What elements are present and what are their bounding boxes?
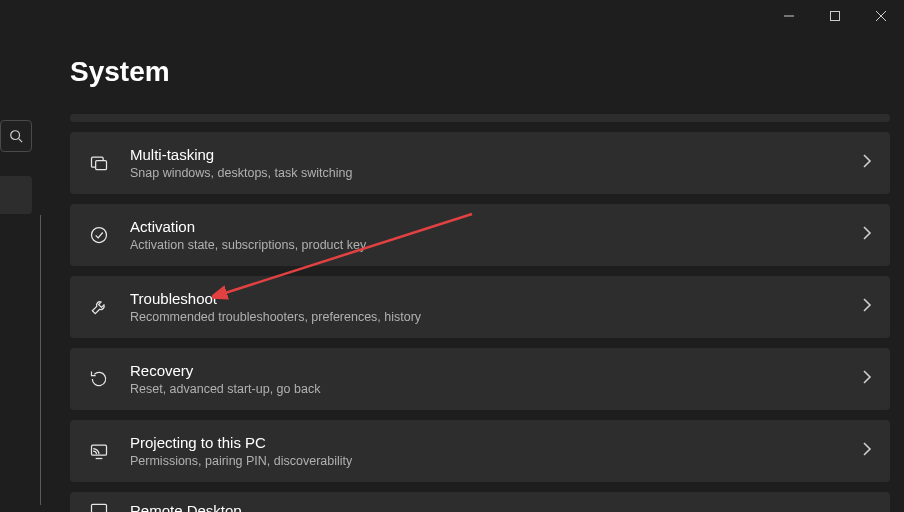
projecting-icon [88, 440, 110, 462]
chevron-right-icon [862, 370, 872, 388]
settings-item-remote-desktop[interactable]: Remote Desktop [70, 492, 890, 512]
search-icon [9, 129, 23, 143]
partial-card-top[interactable] [70, 114, 890, 122]
settings-item-recovery[interactable]: Recovery Reset, advanced start-up, go ba… [70, 348, 890, 410]
multitasking-icon [88, 152, 110, 174]
settings-item-title: Remote Desktop [130, 502, 872, 512]
settings-item-subtitle: Reset, advanced start-up, go back [130, 382, 862, 396]
settings-item-troubleshoot[interactable]: Troubleshoot Recommended troubleshooters… [70, 276, 890, 338]
settings-item-multitasking[interactable]: Multi-tasking Snap windows, desktops, ta… [70, 132, 890, 194]
svg-point-4 [11, 131, 20, 140]
svg-rect-1 [831, 12, 840, 21]
search-button[interactable] [0, 120, 32, 152]
minimize-button[interactable] [766, 0, 812, 32]
nav-separator [40, 215, 41, 505]
settings-item-subtitle: Permissions, pairing PIN, discoverabilit… [130, 454, 862, 468]
svg-rect-7 [96, 161, 107, 170]
chevron-right-icon [862, 442, 872, 460]
settings-item-title: Troubleshoot [130, 290, 862, 308]
settings-item-title: Activation [130, 218, 862, 236]
settings-item-title: Projecting to this PC [130, 434, 862, 452]
settings-item-subtitle: Activation state, subscriptions, product… [130, 238, 862, 252]
chevron-right-icon [862, 154, 872, 172]
settings-item-title: Recovery [130, 362, 862, 380]
svg-rect-10 [92, 504, 107, 512]
nav-selected-indicator[interactable] [0, 176, 32, 214]
settings-item-projecting[interactable]: Projecting to this PC Permissions, pairi… [70, 420, 890, 482]
window-titlebar [766, 0, 904, 32]
page-title: System [70, 56, 890, 88]
svg-point-8 [92, 228, 107, 243]
activation-icon [88, 224, 110, 246]
settings-item-activation[interactable]: Activation Activation state, subscriptio… [70, 204, 890, 266]
maximize-button[interactable] [812, 0, 858, 32]
nav-rail [0, 120, 32, 214]
settings-item-title: Multi-tasking [130, 146, 862, 164]
recovery-icon [88, 368, 110, 390]
settings-item-subtitle: Snap windows, desktops, task switching [130, 166, 862, 180]
troubleshoot-icon [88, 296, 110, 318]
system-settings-content: System Multi-tasking Snap windows, deskt… [70, 56, 890, 512]
svg-line-5 [19, 139, 23, 143]
close-button[interactable] [858, 0, 904, 32]
chevron-right-icon [862, 226, 872, 244]
settings-item-subtitle: Recommended troubleshooters, preferences… [130, 310, 862, 324]
remote-desktop-icon [88, 500, 110, 512]
chevron-right-icon [862, 298, 872, 316]
